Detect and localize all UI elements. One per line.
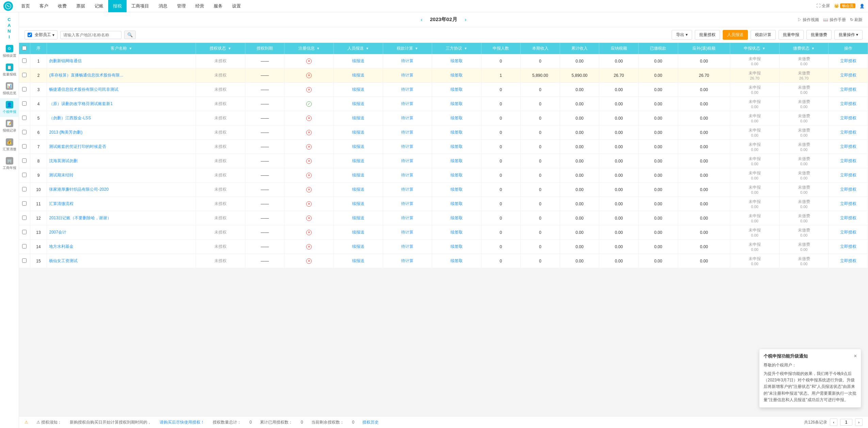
action-link[interactable]: 立即授权 — [840, 258, 856, 263]
nav-fee[interactable]: 收费 — [53, 0, 71, 12]
tax-calc-link[interactable]: 待计算 — [401, 130, 413, 135]
tax-calc-link[interactable]: 待计算 — [401, 58, 413, 63]
customer-name-link[interactable]: 2013日记账（不要删除哈，谢谢） — [49, 216, 111, 220]
action-link[interactable]: 立即授权 — [840, 58, 856, 63]
notification-close-btn[interactable]: × — [854, 353, 857, 359]
bulk-pay-btn[interactable]: 批量缴费 — [806, 30, 832, 40]
row-checkbox[interactable] — [22, 201, 27, 206]
tax-calc-link[interactable]: 待计算 — [401, 244, 413, 249]
row-checkbox[interactable] — [22, 187, 27, 191]
next-page-btn[interactable]: › — [855, 418, 863, 426]
nav-customer[interactable]: 客户 — [35, 0, 53, 12]
employee-filter[interactable]: 全部员工 ▾ — [24, 30, 58, 39]
pay-status-filter-icon[interactable]: ▼ — [811, 47, 815, 50]
history-link[interactable]: 授权历史 — [362, 420, 379, 425]
row-checkbox[interactable] — [22, 144, 27, 149]
person-report-link[interactable]: 续报送 — [352, 173, 364, 177]
tax-calc-link[interactable]: 待计算 — [401, 230, 413, 235]
agreement-link[interactable]: 续签取 — [451, 116, 463, 120]
agreement-link[interactable]: 续签取 — [451, 144, 463, 149]
agreement-filter-icon[interactable]: ▼ — [464, 47, 468, 50]
sidebar-item-bulk-tax[interactable]: 📋 批量报税 — [0, 61, 19, 80]
row-checkbox[interactable] — [22, 216, 27, 220]
video-link[interactable]: ▷ 操作视频 — [798, 17, 819, 22]
row-checkbox[interactable] — [22, 258, 27, 263]
nav-tax[interactable]: 报税 — [108, 0, 127, 12]
action-link[interactable]: 立即授权 — [840, 87, 856, 92]
nav-invoice[interactable]: 票据 — [71, 0, 90, 12]
sidebar-item-annual-report[interactable]: 🏢 工商年报 — [0, 154, 19, 173]
person-report-link[interactable]: 续报送 — [352, 201, 364, 206]
tax-calc-link[interactable]: 待计算 — [401, 187, 413, 192]
agreement-link[interactable]: 续签取 — [451, 244, 463, 249]
person-report-link[interactable]: 续报送 — [352, 87, 364, 92]
customer-name-link[interactable]: （勿删）江西股金-LSS — [49, 116, 91, 120]
row-checkbox[interactable] — [22, 116, 27, 120]
customer-name-link[interactable]: 测试账套的凭证打印的时候是否 — [49, 144, 106, 149]
agreement-link[interactable]: 续签取 — [451, 87, 463, 92]
agreement-link[interactable]: 续签取 — [451, 216, 463, 220]
tax-calc-link[interactable]: 待计算 — [401, 158, 413, 163]
customer-name-link[interactable]: （原）误删勿改字格芬测试账套新1 — [49, 101, 113, 106]
agreement-link[interactable]: 续签取 — [451, 58, 463, 63]
row-checkbox[interactable] — [22, 230, 27, 234]
row-checkbox[interactable] — [22, 101, 27, 106]
tax-calc-link[interactable]: 待计算 — [401, 73, 413, 78]
nav-service[interactable]: 服务 — [209, 0, 227, 12]
page-input[interactable] — [840, 419, 852, 426]
person-report-link[interactable]: 续报送 — [352, 116, 364, 120]
tax-calc-link[interactable]: 待计算 — [401, 144, 413, 149]
tax-calc-btn[interactable]: 税款计算 — [751, 30, 776, 40]
customer-name-link[interactable]: 测试期末结转 — [49, 173, 73, 177]
action-link[interactable]: 立即授权 — [840, 230, 856, 235]
tax-calc-link[interactable]: 待计算 — [401, 173, 413, 177]
sidebar-item-personal-tax[interactable]: 👤 个税申报 — [0, 98, 19, 117]
select-all-checkbox[interactable] — [22, 46, 27, 50]
bulk-ops-btn[interactable]: 批量操作 ▾ — [834, 30, 863, 40]
search-input[interactable] — [60, 31, 121, 39]
filter-checkbox[interactable] — [28, 33, 32, 37]
nav-management[interactable]: 管理 — [172, 0, 191, 12]
agreement-link[interactable]: 续签取 — [451, 73, 463, 78]
agreement-link[interactable]: 续签取 — [451, 101, 463, 106]
sidebar-item-tax-overview[interactable]: 📊 报税总览 — [0, 80, 19, 98]
bulk-report-btn[interactable]: 批量申报 — [779, 30, 804, 40]
person-report-link[interactable]: 续报送 — [352, 230, 364, 235]
person-report-link[interactable]: 续报送 — [352, 144, 364, 149]
tax-calc-link[interactable]: 待计算 — [401, 216, 413, 220]
nav-settings[interactable]: 设置 — [227, 0, 246, 12]
action-link[interactable]: 立即授权 — [840, 144, 856, 149]
row-checkbox[interactable] — [22, 87, 27, 91]
search-button[interactable]: 🔍 — [124, 31, 136, 39]
person-report-link[interactable]: 续报送 — [352, 130, 364, 135]
person-report-link[interactable]: 续报送 — [352, 244, 364, 249]
action-link[interactable]: 立即授权 — [840, 201, 856, 206]
warning-link[interactable]: 请购买后尽快使用授权！ — [160, 420, 204, 425]
tax-calc-link[interactable]: 待计算 — [401, 201, 413, 206]
taxcalc-filter-icon[interactable]: ▼ — [415, 47, 418, 50]
reg-filter-icon[interactable]: ▼ — [316, 47, 320, 50]
person-filter-icon[interactable]: ▼ — [365, 47, 369, 50]
agreement-link[interactable]: 续签取 — [451, 173, 463, 177]
person-report-link[interactable]: 续报送 — [352, 101, 364, 106]
action-link[interactable]: 立即授权 — [840, 116, 856, 120]
customer-name-link[interactable]: 沈海英测试勿删 — [49, 158, 78, 163]
person-report-link[interactable]: 续报送 — [352, 73, 364, 78]
prev-page-btn[interactable]: ‹ — [830, 418, 837, 426]
row-checkbox[interactable] — [22, 244, 27, 249]
action-link[interactable]: 立即授权 — [840, 158, 856, 163]
row-checkbox[interactable] — [22, 130, 27, 134]
action-link[interactable]: 立即授权 — [840, 187, 856, 192]
sidebar-item-settlement[interactable]: 💰 汇算清缴 — [0, 136, 19, 154]
person-report-link[interactable]: 续报送 — [352, 187, 364, 192]
agreement-link[interactable]: 续签取 — [451, 158, 463, 163]
tax-calc-link[interactable]: 待计算 — [401, 116, 413, 120]
customer-name-link[interactable]: 勿删新锐网络通信 — [49, 58, 82, 63]
customer-name-link[interactable]: 畅捷通信息技术股份有限公司民非测试 — [49, 87, 118, 92]
agreement-link[interactable]: 续签取 — [451, 187, 463, 192]
row-checkbox[interactable] — [22, 58, 27, 63]
prev-month-btn[interactable]: ‹ — [416, 17, 426, 23]
export-btn[interactable]: 导出 ▾ — [672, 30, 692, 40]
name-filter-icon[interactable]: ▼ — [129, 47, 132, 50]
action-link[interactable]: 立即授权 — [840, 130, 856, 135]
